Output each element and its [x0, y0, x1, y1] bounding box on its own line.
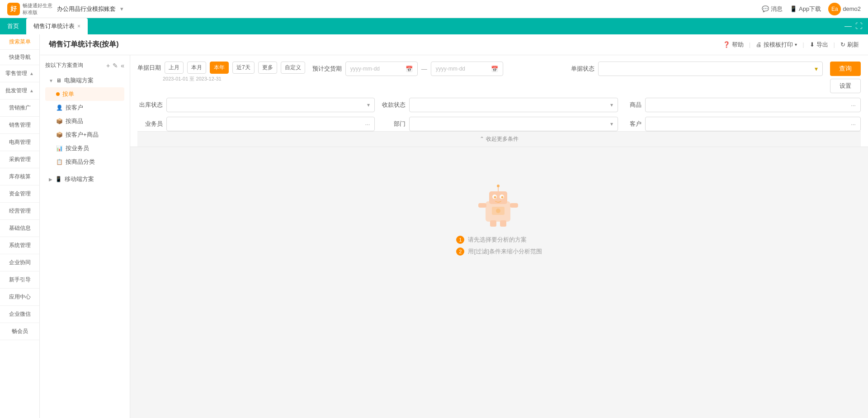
svg-rect-6 — [490, 220, 496, 227]
filter-row3: 业务员 ··· 部门 ▾ — [137, 117, 861, 131]
print-dropdown-icon: ▾ — [795, 42, 797, 47]
scheme-add-button[interactable]: + — [106, 62, 110, 69]
collapse-button[interactable]: ⌃ 收起更多条件 — [137, 131, 861, 147]
tab-minimize-icon[interactable]: — — [844, 22, 852, 30]
sidebar-item-retail[interactable]: 零售管理 ▲ — [0, 65, 39, 82]
content-inner: 按以下方案查询 + ✎ « ▼ 🖥 电脑端方案 按单 — [40, 55, 868, 418]
sidebar: 搜索菜单 快捷导航 零售管理 ▲ 批发管理 ▲ 营销推广 销售管理 电商管理 — [0, 34, 40, 418]
sidebar-item-operation[interactable]: 经营管理 — [0, 203, 39, 220]
main-content: 单据日期 上月 本月 本年 近7天 更多 自定义 2023-01-01 至 20… — [130, 55, 868, 418]
salesperson-icon: 📊 — [56, 145, 63, 152]
period-btn-7days[interactable]: 近7天 — [232, 62, 255, 74]
sidebar-item-wechat[interactable]: 企业微信 — [0, 306, 39, 323]
sidebar-item-purchase[interactable]: 采购管理 — [0, 151, 39, 168]
period-btn-this-year[interactable]: 本年 — [210, 62, 229, 74]
logo-area[interactable]: 好 畅捷通好生意 标准版 — [7, 2, 52, 15]
tab-maximize-icon[interactable]: ⛶ — [855, 22, 863, 30]
app-download-button[interactable]: 📱 App下载 — [790, 5, 821, 13]
scheme-item-by-salesperson[interactable]: 📊 按业务员 — [45, 142, 124, 155]
date-section: 单据日期 上月 本月 本年 近7天 更多 自定义 2023-01-01 至 20… — [137, 62, 305, 82]
tab-close-icon[interactable]: × — [77, 23, 80, 29]
filter-area: 单据日期 上月 本月 本年 近7天 更多 自定义 2023-01-01 至 20… — [130, 55, 868, 147]
sidebar-item-finance[interactable]: 资金管理 — [0, 185, 39, 203]
filter-row2: 出库状态 ▾ 收款状态 ▾ — [137, 98, 861, 112]
sidebar-item-enterprise[interactable]: 企业协同 — [0, 254, 39, 271]
tip2-num: 2 — [456, 247, 464, 256]
date-from-placeholder: yyyy-mm-dd — [350, 66, 380, 72]
empty-tips: 1 请先选择要分析的方案 2 用[过滤]条件来缩小分析范围 — [456, 236, 542, 256]
wholesale-arrow-icon: ▲ — [29, 88, 34, 93]
customer-select[interactable]: ··· — [645, 117, 861, 131]
date-row: 单据日期 上月 本月 本年 近7天 更多 自定义 — [137, 62, 305, 74]
sidebar-quick-nav[interactable]: 快捷导航 — [0, 50, 39, 65]
system-dropdown-icon[interactable]: ▾ — [120, 5, 123, 12]
sidebar-item-member[interactable]: 畅会员 — [0, 323, 39, 340]
date-to-placeholder: yyyy-mm-dd — [436, 66, 465, 72]
sidebar-search-menu[interactable]: 搜索菜单 — [0, 34, 39, 50]
page-actions: ❓ 帮助 | 🖨 按模板打印 ▾ | ⬇ 导出 | ↻ 刷新 — [723, 41, 859, 49]
scheme-item-by-product[interactable]: 📦 按商品 — [45, 114, 124, 128]
sidebar-item-system[interactable]: 系统管理 — [0, 237, 39, 254]
print-button[interactable]: 🖨 按模板打印 ▾ — [756, 41, 797, 49]
search-button[interactable]: 查询 — [830, 62, 861, 76]
customer-product-icon: 📦 — [56, 132, 63, 138]
sidebar-item-newbie[interactable]: 新手引导 — [0, 271, 39, 289]
tab-home[interactable]: 首页 — [0, 18, 26, 34]
department-item: 部门 ▾ — [380, 117, 618, 131]
user-profile-button[interactable]: Ea demo2 — [828, 3, 861, 15]
scheme-edit-button[interactable]: ✎ — [113, 62, 118, 69]
period-btn-last-month[interactable]: 上月 — [165, 62, 184, 74]
period-btn-more[interactable]: 更多 — [258, 62, 277, 74]
period-btn-custom[interactable]: 自定义 — [281, 62, 305, 74]
divider3: | — [834, 41, 835, 48]
expected-date-from[interactable]: yyyy-mm-dd 📅 — [345, 62, 418, 76]
print-icon: 🖨 — [756, 41, 762, 48]
date-range-text: 2023-01-01 至 2023-12-31 — [137, 76, 305, 82]
period-btn-this-month[interactable]: 本月 — [187, 62, 206, 74]
sidebar-item-appstore[interactable]: 应用中心 — [0, 289, 39, 306]
scheme-item-by-customer-product[interactable]: 📦 按客户+商品 — [45, 128, 124, 142]
scheme-collapse-button[interactable]: « — [121, 62, 124, 69]
scheme-category-mobile-header[interactable]: ▶ 📱 移动端方案 — [45, 172, 124, 186]
refresh-icon: ↻ — [840, 41, 845, 48]
sidebar-item-marketing[interactable]: 营销推广 — [0, 100, 39, 117]
pay-status-select[interactable]: ▾ — [409, 98, 618, 112]
salesperson-select[interactable]: ··· — [166, 117, 375, 131]
nav-tabs: 首页 销售订单统计表 × — ⛶ — [0, 18, 868, 34]
tip1-text: 请先选择要分析的方案 — [468, 236, 527, 244]
sidebar-item-inventory[interactable]: 库存核算 — [0, 168, 39, 185]
tip2-text: 用[过滤]条件来缩小分析范围 — [468, 247, 542, 256]
tab-sales-order-stat[interactable]: 销售订单统计表 × — [26, 18, 88, 34]
scheme-category-mobile: ▶ 📱 移动端方案 — [40, 171, 130, 188]
help-button[interactable]: ❓ 帮助 — [723, 41, 744, 49]
sidebar-item-wholesale[interactable]: 批发管理 ▲ — [0, 82, 39, 99]
calendar-icon-to: 📅 — [491, 66, 498, 72]
goods-label: 商品 — [623, 101, 642, 109]
refresh-button[interactable]: ↻ 刷新 — [840, 41, 859, 49]
ship-status-icon: ▾ — [367, 102, 370, 108]
divider2: | — [802, 41, 804, 48]
sidebar-item-basic[interactable]: 基础信息 — [0, 220, 39, 237]
category-icon: 🖥 — [56, 77, 61, 84]
scheme-item-by-order[interactable]: 按单 — [45, 87, 124, 101]
empty-icon — [472, 183, 526, 228]
scheme-category-desktop-header[interactable]: ▼ 🖥 电脑端方案 — [45, 74, 124, 87]
main-layout: 搜索菜单 快捷导航 零售管理 ▲ 批发管理 ▲ 营销推广 销售管理 电商管理 — [0, 34, 868, 418]
ship-status-select[interactable]: ▾ — [166, 98, 375, 112]
message-button[interactable]: 💬 消息 — [762, 5, 783, 13]
sidebar-item-ecommerce[interactable]: 电商管理 — [0, 134, 39, 151]
expected-date-to[interactable]: yyyy-mm-dd 📅 — [431, 62, 503, 76]
settings-button[interactable]: 设置 — [830, 79, 861, 93]
doc-status-dropdown-icon: ▾ — [815, 65, 818, 72]
scheme-item-by-category[interactable]: 📋 按商品分类 — [45, 155, 124, 169]
doc-status-select[interactable]: ▾ — [598, 62, 823, 76]
export-button[interactable]: ⬇ 导出 — [810, 41, 828, 49]
scheme-item-by-customer[interactable]: 👤 按客户 — [45, 101, 124, 114]
svg-point-13 — [497, 185, 500, 187]
salesperson-dots-icon: ··· — [365, 121, 370, 128]
department-select[interactable]: ▾ — [409, 117, 618, 131]
sidebar-item-sales[interactable]: 销售管理 — [0, 117, 39, 134]
topbar-left: 好 畅捷通好生意 标准版 办公用品行业模拟账套 ▾ — [7, 2, 123, 15]
page-header: 销售订单统计表(按单) ❓ 帮助 | 🖨 按模板打印 ▾ | ⬇ 导出 | — [40, 34, 868, 55]
goods-select[interactable]: ··· — [645, 98, 861, 112]
